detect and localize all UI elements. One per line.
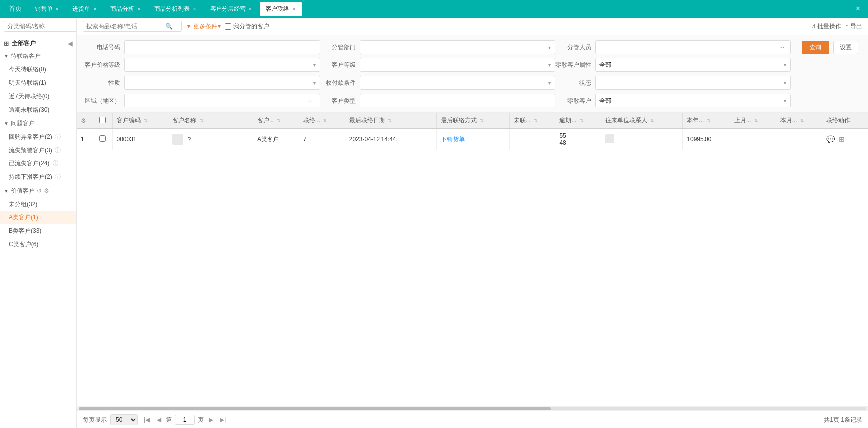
col-checkbox[interactable] [95, 113, 112, 129]
export-button[interactable]: ↑ 导出 [845, 22, 862, 31]
sort-method-icon[interactable]: ⇅ [480, 118, 484, 123]
nav-tab-analysis-list[interactable]: 商品分析列表 × [148, 2, 202, 16]
filter-region-select[interactable]: ··· [124, 94, 320, 107]
sidebar-item-class-a[interactable]: A类客户(1) [0, 211, 76, 224]
filter-nature: 性质 ▾ [85, 76, 320, 90]
filter-customer-type-input[interactable] [360, 94, 555, 107]
sidebar-search-area: 🔍 [0, 18, 76, 35]
close-sales-tab-icon[interactable]: × [55, 6, 58, 12]
close-contact-tab-icon[interactable]: × [292, 6, 295, 12]
my-customers-filter[interactable]: 我分管的客户 [225, 22, 269, 31]
sidebar-item-churned[interactable]: 已流失客户(24) ⓘ [0, 157, 76, 170]
filter-nature-select[interactable]: ▾ [124, 76, 320, 90]
nav-home[interactable]: 首页 [4, 4, 27, 13]
filter-scatter-attr-select[interactable]: 全部 ▾ [595, 58, 791, 72]
payment-chevron-icon: ▾ [548, 80, 551, 86]
filter-payment: 收付款条件 ▾ [320, 76, 555, 90]
filter-payment-select[interactable]: ▾ [360, 76, 555, 90]
filter-region-label: 区域（地区） [85, 97, 124, 105]
contact-person-avatar [605, 134, 614, 143]
qr-action-icon[interactable]: ⊞ [839, 135, 845, 143]
sort-contact-icon[interactable]: ⇅ [323, 118, 327, 123]
main-search-input[interactable] [86, 23, 165, 30]
refresh-icon[interactable]: ↺ [37, 187, 42, 194]
sidebar-collapse-button[interactable]: ◀ [68, 40, 72, 47]
close-all-button[interactable]: × [852, 4, 864, 13]
scrollbar-track[interactable] [79, 407, 866, 410]
sidebar-group-problem[interactable]: ▼ 问题客户 [0, 117, 76, 130]
filter-status-select[interactable]: ▾ [595, 76, 791, 90]
sort-code-icon[interactable]: ⇅ [144, 118, 148, 123]
page-number-input[interactable] [175, 415, 195, 425]
sidebar-item-class-b[interactable]: B类客户(33) [0, 224, 76, 238]
batch-op-button[interactable]: ☑ 批量操作 [810, 22, 841, 31]
page-navigation: |◀ ◀ 第 页 ▶ ▶| [142, 415, 228, 425]
close-purchase-tab-icon[interactable]: × [93, 6, 96, 12]
close-segment-tab-icon[interactable]: × [249, 6, 252, 12]
settings-icon[interactable]: ⚙ [44, 187, 49, 194]
sidebar-item-class-c[interactable]: C类客户(6) [0, 238, 76, 251]
sidebar-group-value[interactable]: ▼ 价值客户 ↺ ⚙ [0, 184, 76, 198]
search-button[interactable]: 查询 [802, 41, 829, 54]
col-gear[interactable]: ⚙ [77, 113, 95, 129]
select-all-checkbox[interactable] [99, 117, 106, 123]
nav-tab-customer-contact[interactable]: 客户联络 × [260, 2, 301, 16]
export-icon: ↑ [845, 23, 848, 30]
manager-dots-icon[interactable]: ··· [777, 44, 786, 51]
filter-dept-select[interactable]: ▾ [360, 40, 555, 54]
close-analysis-tab-icon[interactable]: × [137, 6, 140, 12]
filter-scatter-customer-select[interactable]: 全部 ▾ [595, 94, 791, 107]
sort-overdue-icon[interactable]: ⇅ [580, 118, 584, 123]
sidebar-group-waiting[interactable]: ▼ 待联络客户 [0, 50, 76, 63]
nav-tab-purchase[interactable]: 进货单 × [66, 2, 102, 16]
last-page-button[interactable]: ▶| [218, 415, 228, 424]
sort-name-icon[interactable]: ⇅ [200, 118, 204, 123]
nav-tab-sales[interactable]: 销售单 × [29, 2, 64, 16]
first-page-button[interactable]: |◀ [142, 415, 152, 424]
prev-page-button[interactable]: ◀ [155, 415, 163, 424]
gear-icon[interactable]: ⚙ [81, 117, 86, 124]
scrollbar-thumb[interactable] [79, 407, 551, 410]
sort-ty-icon[interactable]: ⇅ [707, 118, 711, 123]
close-analysis-list-tab-icon[interactable]: × [193, 6, 196, 12]
message-action-icon[interactable]: 💬 [826, 135, 835, 143]
more-filters-button[interactable]: ▼ 更多条件 ▾ [186, 22, 221, 31]
sidebar-item-unclassified[interactable]: 未分组(32) [0, 198, 76, 211]
sidebar-all-customers-header[interactable]: ⊞ 全部客户 ◀ [0, 35, 76, 50]
next-page-button[interactable]: ▶ [207, 415, 215, 424]
last-method-link[interactable]: 下销货单 [441, 136, 465, 143]
sort-nc-icon[interactable]: ⇅ [534, 118, 538, 123]
sidebar-item-overdue-contact[interactable]: 逾期未联络(30) [0, 104, 76, 117]
settings-button[interactable]: 设置 [833, 41, 858, 54]
region-dots-icon[interactable]: ··· [307, 97, 316, 104]
sidebar-item-declining[interactable]: 持续下滑客户(2) ⓘ [0, 170, 76, 184]
filter-manager-select[interactable]: ··· [595, 40, 791, 54]
sort-tm-icon[interactable]: ⇅ [800, 118, 804, 123]
filter-price-level: 客户价格等级 ▾ [85, 58, 320, 72]
sort-type-icon[interactable]: ⇅ [277, 118, 281, 123]
sort-cp-icon[interactable]: ⇅ [651, 118, 654, 123]
row-checkbox[interactable] [99, 135, 106, 142]
sidebar-item-7days-contact[interactable]: 近7天待联络(0) [0, 90, 76, 103]
nav-tab-customer-segment[interactable]: 客户分层经营 × [204, 2, 258, 16]
per-page-select[interactable]: 50 100 200 [110, 414, 138, 425]
sidebar-item-churn-warning[interactable]: 流失预警客户(3) ⓘ [0, 144, 76, 157]
row-contact-person [601, 129, 683, 150]
filter-customer-level-select[interactable]: ▾ [360, 58, 555, 72]
nav-tab-analysis[interactable]: 商品分析 × [105, 2, 146, 16]
sidebar-search-input[interactable] [4, 21, 77, 32]
row-last-method[interactable]: 下销货单 [436, 129, 509, 150]
filter-phone-input[interactable] [124, 40, 320, 54]
row-checkbox-cell[interactable] [95, 129, 112, 150]
col-type: 客户... ⇅ [253, 113, 299, 129]
horizontal-scrollbar[interactable] [77, 406, 868, 411]
sidebar-item-tomorrow-contact[interactable]: 明天待联络(1) [0, 76, 76, 90]
filter-price-select[interactable]: ▾ [124, 58, 320, 72]
my-customers-checkbox[interactable] [225, 23, 231, 30]
sidebar-item-repurchase-abnormal[interactable]: 回购异常客户(2) ⓘ [0, 130, 76, 144]
main-search-icon[interactable]: 🔍 [165, 23, 173, 30]
sidebar-item-today-contact[interactable]: 今天待联络(0) [0, 63, 76, 76]
customer-avatar [172, 134, 183, 145]
sort-lm-icon[interactable]: ⇅ [754, 118, 758, 123]
sort-date-icon[interactable]: ⇅ [388, 118, 392, 123]
